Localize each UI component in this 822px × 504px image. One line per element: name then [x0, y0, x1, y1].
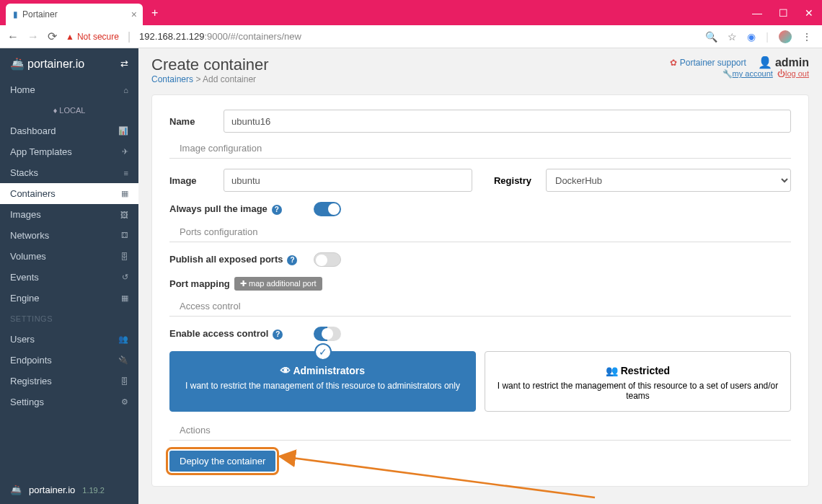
- sidebar-item-settings[interactable]: Settings⚙: [0, 392, 138, 412]
- sidebar-item-label: Home: [10, 84, 35, 95]
- version-label: 1.19.2: [82, 486, 105, 495]
- name-input[interactable]: [224, 110, 791, 133]
- my-account-link[interactable]: my account: [733, 69, 773, 78]
- wrench-icon: 🔧: [722, 69, 733, 78]
- zoom-icon[interactable]: 🔍: [705, 31, 717, 43]
- user-icon: 👤: [758, 56, 772, 69]
- logout-icon: ⏻: [777, 69, 785, 78]
- port-mapping-label: Port mapping: [169, 278, 234, 289]
- templates-icon: ✈: [122, 147, 128, 156]
- registry-label: Registry: [494, 175, 531, 186]
- stacks-icon: ≡: [124, 169, 128, 177]
- sidebar-section-settings: SETTINGS: [0, 309, 138, 329]
- warning-icon: ▲: [66, 32, 74, 42]
- close-tab-icon[interactable]: ×: [131, 9, 137, 20]
- user-display[interactable]: 👤admin: [758, 56, 809, 69]
- window-close[interactable]: ✕: [802, 7, 816, 19]
- ports-section-header: Ports configuration: [169, 226, 791, 242]
- deploy-container-button[interactable]: Deploy the container: [169, 451, 275, 472]
- browser-tab-strip: ▮ Portainer × + — ☐ ✕: [0, 0, 822, 25]
- events-icon: ↺: [122, 273, 128, 282]
- tab-title: Portainer: [22, 9, 58, 19]
- new-tab-button[interactable]: +: [151, 6, 158, 19]
- sidebar-item-users[interactable]: Users👥: [0, 329, 138, 350]
- eye-icon: 👁: [280, 365, 293, 376]
- image-label: Image: [169, 175, 224, 186]
- access-option-restricted[interactable]: 👥 Restricted I want to restrict the mana…: [485, 351, 791, 412]
- sidebar-item-dashboard[interactable]: Dashboard📊: [0, 120, 138, 141]
- sidebar-section-local: ♦ LOCAL: [0, 100, 138, 120]
- nav-back-icon[interactable]: ←: [7, 30, 19, 43]
- window-maximize[interactable]: ☐: [776, 7, 790, 19]
- sidebar-item-networks[interactable]: Networks⚃: [0, 225, 138, 246]
- image-input[interactable]: [224, 169, 472, 192]
- bookmark-star-icon[interactable]: ☆: [728, 31, 737, 43]
- page-title: Create container: [151, 56, 269, 74]
- users-icon: 👥: [606, 365, 621, 376]
- support-link[interactable]: ✿ Portainer support: [670, 58, 746, 68]
- advanced-settings-toggle[interactable]: ⚙ Advanced container settings: [151, 495, 809, 504]
- logout-link[interactable]: log out: [785, 69, 809, 78]
- engine-icon: ▦: [121, 293, 128, 303]
- publish-ports-label: Publish all exposed ports?: [169, 254, 314, 265]
- registries-icon: 🗄: [120, 377, 128, 386]
- sidebar-item-images[interactable]: Images🖾: [0, 204, 138, 225]
- volumes-icon: 🗄: [120, 252, 128, 261]
- help-icon[interactable]: ?: [272, 205, 282, 215]
- sidebar-item-home[interactable]: Home ⌂: [0, 79, 138, 100]
- sidebar-item-containers[interactable]: Containers▦: [0, 183, 138, 204]
- help-icon[interactable]: ?: [287, 255, 297, 265]
- name-label: Name: [169, 116, 224, 127]
- address-bar: ← → ⟳ ▲ Not secure | 192.168.21.129:9000…: [0, 25, 822, 48]
- enable-access-toggle[interactable]: [314, 327, 341, 341]
- access-section-header: Access control: [169, 301, 791, 317]
- image-section-header: Image configuration: [169, 143, 791, 159]
- registry-select[interactable]: DockerHub: [546, 169, 791, 192]
- kebab-menu-icon[interactable]: ⋮: [802, 31, 812, 43]
- containers-icon: ▦: [121, 189, 128, 198]
- breadcrumb-containers[interactable]: Containers: [151, 74, 193, 84]
- home-icon: ⌂: [123, 86, 128, 94]
- sidebar-item-registries[interactable]: Registries🗄: [0, 371, 138, 392]
- nav-forward-icon[interactable]: →: [27, 30, 39, 43]
- nav-reload-icon[interactable]: ⟳: [48, 30, 57, 43]
- publish-ports-toggle[interactable]: [314, 252, 341, 267]
- dashboard-icon: 📊: [118, 126, 128, 136]
- collapse-sidebar-icon[interactable]: ⇄: [120, 58, 128, 69]
- portainer-logo-icon: 🚢: [10, 485, 22, 495]
- settings-icon: ⚙: [121, 397, 128, 407]
- sidebar-footer: 🚢 portainer.io 1.19.2: [0, 476, 138, 504]
- security-warning[interactable]: ▲ Not secure: [66, 32, 119, 42]
- endpoints-icon: 🔌: [118, 355, 128, 365]
- sidebar-item-stacks[interactable]: Stacks≡: [0, 162, 138, 183]
- chrome-ext-icon[interactable]: ◉: [747, 31, 756, 43]
- sidebar-item-templates[interactable]: App Templates✈: [0, 141, 138, 162]
- svg-line-1: [292, 458, 595, 498]
- access-option-administrators[interactable]: ✓ 👁 Administrators I want to restrict th…: [169, 351, 476, 412]
- sidebar-brand[interactable]: 🚢portainer.io ⇄: [0, 48, 138, 79]
- breadcrumb: Containers > Add container: [151, 74, 269, 84]
- profile-avatar[interactable]: [779, 30, 792, 43]
- help-icon[interactable]: ?: [273, 330, 283, 340]
- map-port-button[interactable]: ✚ map additional port: [234, 277, 322, 291]
- always-pull-toggle[interactable]: [314, 202, 341, 216]
- window-minimize[interactable]: —: [750, 7, 764, 19]
- enable-access-label: Enable access control?: [169, 328, 314, 340]
- portainer-logo-icon: 🚢: [10, 57, 25, 71]
- sidebar-item-events[interactable]: Events↺: [0, 267, 138, 288]
- url-display[interactable]: 192.168.21.129:9000/#/containers/new: [139, 31, 697, 42]
- browser-tab[interactable]: ▮ Portainer ×: [6, 4, 143, 25]
- tab-favicon: ▮: [13, 9, 18, 19]
- users-icon: 👥: [118, 335, 128, 344]
- support-icon: ✿: [670, 58, 679, 68]
- images-icon: 🖾: [120, 211, 128, 219]
- sidebar-item-volumes[interactable]: Volumes🗄: [0, 246, 138, 267]
- create-container-panel: Name Image configuration Image Registry …: [151, 94, 809, 487]
- actions-section-header: Actions: [169, 425, 791, 441]
- sidebar-item-engine[interactable]: Engine▦: [0, 288, 138, 309]
- always-pull-label: Always pull the image?: [169, 203, 314, 215]
- main-content: Create container Containers > Add contai…: [138, 48, 822, 504]
- sidebar: 🚢portainer.io ⇄ Home ⌂ ♦ LOCAL Dashboard…: [0, 48, 138, 504]
- check-icon: ✓: [314, 343, 332, 361]
- sidebar-item-endpoints[interactable]: Endpoints🔌: [0, 350, 138, 371]
